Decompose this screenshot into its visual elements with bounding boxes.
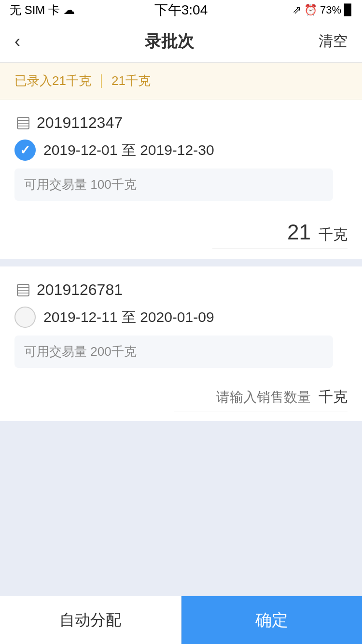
back-button[interactable]: ‹ bbox=[14, 31, 20, 52]
batch1-qty-value: 21 bbox=[287, 220, 311, 244]
batch2-card: 2019126781 2019-12-11 至 2020-01-09 可用交易量… bbox=[0, 266, 362, 378]
batch2-icon bbox=[14, 281, 32, 299]
no-sim-text: 无 SIM 卡 ☁ bbox=[10, 2, 75, 18]
batch1-qty-row: 21 千克 bbox=[0, 210, 362, 259]
batch2-qty-unit: 千克 bbox=[319, 387, 348, 407]
status-bar: 无 SIM 卡 ☁ 下午3:04 ⇗ ⏰ 73% ▉ bbox=[0, 0, 362, 20]
batch1-icon bbox=[14, 114, 32, 132]
batch2-qty-input[interactable] bbox=[185, 390, 311, 405]
batch2-qty-wrapper: 千克 bbox=[174, 387, 348, 411]
batch1-date-row: 2019-12-01 至 2019-12-30 bbox=[14, 140, 348, 161]
batch1-qty-display: 21 千克 bbox=[287, 220, 348, 245]
summary-bar: 已录入21千克 21千克 bbox=[0, 63, 362, 99]
batch1-qty-wrapper: 21 千克 bbox=[212, 220, 348, 249]
batch1-card: 2019112347 2019-12-01 至 2019-12-30 可用交易量… bbox=[0, 99, 362, 210]
nav-bar: ‹ 录批次 清空 bbox=[0, 20, 362, 63]
section-separator bbox=[0, 259, 362, 266]
summary-divider bbox=[101, 74, 102, 88]
summary-value: 21千克 bbox=[111, 72, 151, 89]
alarm-icon: ⏰ bbox=[304, 4, 317, 16]
batch1-id: 2019112347 bbox=[37, 114, 123, 132]
batch2-radio[interactable] bbox=[14, 307, 36, 328]
empty-area bbox=[0, 421, 362, 614]
batch1-date-range: 2019-12-01 至 2019-12-30 bbox=[43, 140, 214, 160]
status-right: ⇗ ⏰ 73% ▉ bbox=[292, 4, 352, 16]
status-time: 下午3:04 bbox=[154, 1, 208, 19]
batch1-underline bbox=[212, 249, 348, 249]
batch2-header: 2019126781 bbox=[14, 281, 348, 299]
svg-rect-4 bbox=[17, 284, 29, 296]
batch2-available: 可用交易量 200千克 bbox=[14, 336, 333, 368]
location-icon: ⇗ bbox=[292, 4, 301, 16]
batch2-underline bbox=[174, 411, 348, 411]
batch2-qty-row: 千克 bbox=[0, 378, 362, 421]
batch1-header: 2019112347 bbox=[14, 114, 348, 132]
batch2-date-range: 2019-12-11 至 2020-01-09 bbox=[43, 308, 214, 327]
status-left: 无 SIM 卡 ☁ bbox=[10, 2, 75, 18]
clear-button[interactable]: 清空 bbox=[319, 31, 348, 51]
batch1-qty-unit: 千克 bbox=[319, 225, 348, 245]
batch2-qty-display: 千克 bbox=[185, 387, 348, 407]
summary-label: 已录入21千克 bbox=[14, 72, 91, 89]
auto-distribute-button[interactable]: 自动分配 bbox=[0, 596, 181, 644]
confirm-button[interactable]: 确定 bbox=[181, 596, 362, 644]
batch1-available: 可用交易量 100千克 bbox=[14, 168, 333, 201]
batch1-radio[interactable] bbox=[14, 140, 36, 161]
battery-icon: ▉ bbox=[344, 4, 352, 16]
svg-rect-0 bbox=[17, 117, 29, 129]
batch2-id: 2019126781 bbox=[37, 281, 123, 299]
battery-text: 73% bbox=[320, 4, 341, 16]
batch2-date-row: 2019-12-11 至 2020-01-09 bbox=[14, 307, 348, 328]
page: 无 SIM 卡 ☁ 下午3:04 ⇗ ⏰ 73% ▉ ‹ 录批次 清空 已录入2… bbox=[0, 0, 362, 644]
page-title: 录批次 bbox=[145, 30, 194, 53]
footer: 自动分配 确定 bbox=[0, 596, 362, 644]
